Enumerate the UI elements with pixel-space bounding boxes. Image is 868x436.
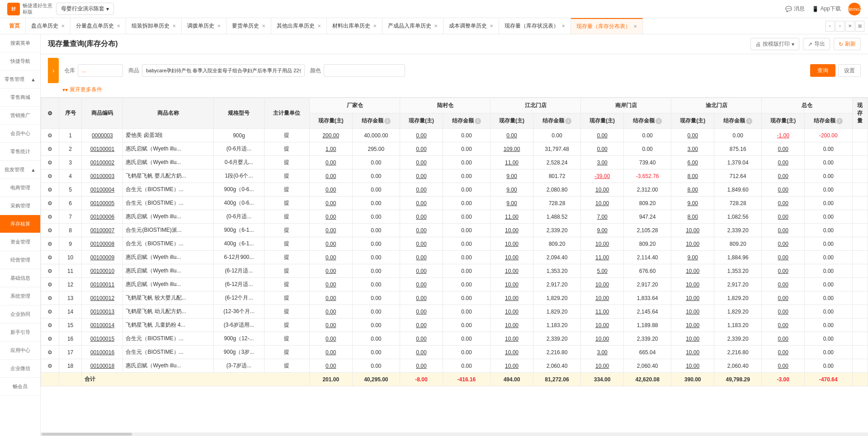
sidebar-item-inventory[interactable]: 库存核算 [0,215,40,233]
row-f-qty[interactable]: 0.00 [310,332,353,346]
row-tot-qty[interactable]: 0.00 [762,359,805,373]
row-na-qty[interactable]: 10.00 [581,183,624,197]
row-yb-qty[interactable]: 10.00 [671,237,714,251]
row-yb-qty[interactable]: 10.00 [671,224,714,237]
row-na-qty[interactable]: 10.00 [581,278,624,291]
row-jb-qty[interactable]: 10.00 [491,251,533,264]
row-na-qty[interactable]: 10.00 [581,197,624,210]
row-gear[interactable]: ⚙ [41,346,59,359]
row-na-qty[interactable]: 3.00 [581,156,624,169]
gear-icon[interactable]: ⚙ [47,227,52,234]
row-yb-qty[interactable]: 10.00 [671,359,714,373]
sidebar-item-apps[interactable]: 应用中心 [0,342,40,360]
close-icon[interactable]: ✕ [633,24,637,29]
row-code[interactable]: 00100001 [82,142,123,156]
sidebar-item-retail-mall[interactable]: 零售商城 [0,89,40,107]
sidebar-item-purchase[interactable]: 采购管理 [0,197,40,215]
row-f-qty[interactable]: 0.00 [310,237,353,251]
gear-icon[interactable]: ⚙ [47,173,52,179]
export-button[interactable]: ↗ 导出 [803,38,830,50]
row-l-qty[interactable]: 0.00 [400,129,443,142]
row-l-qty[interactable]: 0.00 [400,332,443,346]
row-l-qty[interactable]: 0.00 [400,169,443,183]
close-icon[interactable]: ✕ [561,23,565,28]
sidebar-item-ecommerce[interactable]: 电商管理 [0,179,40,197]
nav-prev-arrow[interactable]: ‹ [826,21,835,32]
tab-assembly[interactable]: 组装拆卸单历史 ✕ [126,18,182,34]
tab-requisition[interactable]: 要货单历史 ✕ [226,18,271,34]
gear-icon[interactable]: ⚙ [47,363,52,369]
row-f-qty[interactable]: 0.00 [310,319,353,332]
sidebar-item-retail-stats[interactable]: 零售统计 [0,143,40,161]
row-f-qty[interactable]: 0.00 [310,251,353,264]
row-f-qty[interactable]: 200.00 [310,129,353,142]
row-l-qty[interactable]: 0.00 [400,210,443,224]
row-tot-qty[interactable]: 0.00 [762,210,805,224]
row-jb-qty[interactable]: 9.00 [491,183,533,197]
row-l-qty[interactable]: 0.00 [400,197,443,210]
row-jb-qty[interactable]: 10.00 [491,237,533,251]
row-code[interactable]: 00100014 [82,319,123,332]
row-f-qty[interactable]: 0.00 [310,305,353,319]
sidebar-item-member[interactable]: 会员中心 [0,125,40,143]
row-jb-qty[interactable]: 10.00 [491,359,533,373]
row-tot-qty[interactable]: 0.00 [762,346,805,359]
row-yb-qty[interactable]: 6.00 [671,156,714,169]
row-tot-qty[interactable]: 0.00 [762,169,805,183]
row-na-qty[interactable]: 3.00 [581,346,624,359]
row-code[interactable]: 00100010 [82,264,123,278]
row-code[interactable]: 00100002 [82,156,123,169]
row-tot-qty[interactable]: 0.00 [762,305,805,319]
sidebar-item-marketing[interactable]: 营销推广 [0,107,40,125]
gear-icon[interactable]: ⚙ [47,214,52,220]
close-icon[interactable]: ✕ [61,23,65,28]
gear-icon[interactable]: ⚙ [47,241,52,247]
gear-icon[interactable]: ⚙ [47,146,52,152]
tab-product-in[interactable]: 产成品入库单历史 ✕ [382,18,443,34]
row-code[interactable]: 00100009 [82,251,123,264]
search-button[interactable]: 查询 [810,64,835,77]
row-yb-qty[interactable]: 8.00 [671,169,714,183]
row-na-qty[interactable]: -39.00 [581,169,624,183]
row-gear[interactable]: ⚙ [41,332,59,346]
row-na-qty[interactable]: 7.00 [581,210,624,224]
row-na-qty[interactable]: 11.00 [581,251,624,264]
close-icon[interactable]: ✕ [490,23,493,28]
close-icon[interactable]: ✕ [317,23,321,28]
row-yb-qty[interactable]: 10.00 [671,319,714,332]
row-code[interactable]: 00100011 [82,278,123,291]
tab-inventory-count[interactable]: 盘点单历史 ✕ [26,18,71,34]
row-code[interactable]: 00100015 [82,332,123,346]
info-icon[interactable]: i [836,118,843,124]
row-yb-qty[interactable]: 10.00 [671,305,714,319]
tab-fraction-count[interactable]: 分量盘点单历史 ✕ [71,18,126,34]
sidebar-item-nav[interactable]: 快捷导航 [0,52,40,70]
row-na-qty[interactable]: 5.00 [581,264,624,278]
row-tot-qty[interactable]: 0.00 [762,278,805,291]
color-input[interactable] [324,64,405,77]
info-icon[interactable]: i [475,118,481,124]
sidebar-item-operations[interactable]: 经营管理 [0,251,40,269]
row-tot-qty[interactable]: 0.00 [762,332,805,346]
sidebar-item-enterprise[interactable]: 企业协同 [0,305,40,323]
sidebar-item-member2[interactable]: 畅会员 [0,378,40,396]
row-na-qty[interactable]: 10.00 [581,319,624,332]
row-gear[interactable]: ⚙ [41,197,59,210]
row-jb-qty[interactable]: 10.00 [491,264,533,278]
row-f-qty[interactable]: 0.00 [310,183,353,197]
row-jb-qty[interactable]: 9.00 [491,197,533,210]
row-code[interactable]: 00100003 [82,169,123,183]
close-icon[interactable]: ✕ [172,23,176,28]
row-l-qty[interactable]: 0.00 [400,278,443,291]
row-na-qty[interactable]: 11.00 [581,305,624,319]
messages-btn[interactable]: 💬 消息 [785,5,805,13]
row-jb-qty[interactable]: 10.00 [491,319,533,332]
close-icon[interactable]: ✕ [434,23,438,28]
horizontal-scrollbar[interactable] [41,432,868,436]
row-l-qty[interactable]: 0.00 [400,319,443,332]
info-icon[interactable]: i [565,118,571,124]
row-code[interactable]: 00100006 [82,210,123,224]
gear-icon[interactable]: ⚙ [47,254,52,261]
row-l-qty[interactable]: 0.00 [400,346,443,359]
row-gear[interactable]: ⚙ [41,291,59,305]
